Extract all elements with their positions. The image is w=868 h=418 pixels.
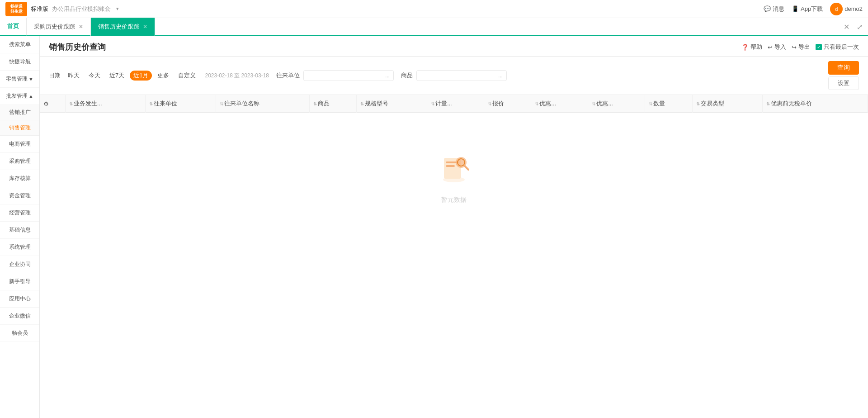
th-spec[interactable]: ⇅规格型号 bbox=[357, 95, 427, 113]
import-button[interactable]: ↩ 导入 bbox=[768, 43, 786, 51]
sidebar-item-member[interactable]: 畅会员 bbox=[0, 325, 39, 342]
sidebar: 搜索菜单 快捷导航 零售管理 ▼ 批发管理 ▲ 营销推广 销售管理 电商管理 采… bbox=[0, 36, 40, 418]
date-btn-more[interactable]: 更多 bbox=[154, 71, 173, 81]
tab-sales-close[interactable]: ✕ bbox=[143, 24, 147, 30]
message-button[interactable]: 💬 消息 bbox=[764, 5, 784, 13]
th-biz-date[interactable]: ⇅业务发生... bbox=[65, 95, 145, 113]
sidebar-item-basic[interactable]: 基础信息 bbox=[0, 222, 39, 239]
date-btn-7days[interactable]: 近7天 bbox=[106, 71, 128, 81]
date-range-display: 2023-02-18 至 2023-03-18 bbox=[205, 72, 269, 80]
th-pre-tax-price[interactable]: ⇅优惠前无税单价 bbox=[763, 95, 868, 113]
help-icon: ❓ bbox=[741, 44, 749, 51]
only-last-checkbox[interactable]: 只看最后一次 bbox=[816, 43, 859, 51]
app-selector-arrow[interactable]: ▾ bbox=[116, 6, 119, 12]
import-icon: ↩ bbox=[768, 44, 773, 51]
export-icon: ↪ bbox=[792, 44, 797, 51]
data-table: ⚙ ⇅业务发生... ⇅往来单位 ⇅往来单位名称 ⇅商品 ⇅规格型号 ⇅计量..… bbox=[40, 95, 868, 113]
sidebar-wholesale-label: 批发管理 bbox=[6, 92, 28, 100]
tab-home-label: 首页 bbox=[7, 22, 19, 30]
sidebar-retail-label: 零售管理 bbox=[6, 75, 28, 83]
main-layout: 搜索菜单 快捷导航 零售管理 ▼ 批发管理 ▲ 营销推广 销售管理 电商管理 采… bbox=[0, 36, 868, 418]
date-btn-custom[interactable]: 自定义 bbox=[175, 71, 199, 81]
close-all-button[interactable]: ✕ bbox=[842, 21, 851, 33]
empty-text: 暂元数据 bbox=[441, 196, 467, 204]
setting-button[interactable]: 设置 bbox=[828, 76, 859, 90]
partner-input-dots: ... bbox=[385, 72, 390, 79]
date-filter-group: 日期 昨天 今天 近7天 近1月 更多 自定义 2023-02-18 至 202… bbox=[49, 71, 269, 81]
download-button[interactable]: 📱 App下载 bbox=[792, 5, 823, 13]
svg-rect-3 bbox=[446, 165, 455, 167]
th-gear[interactable]: ⚙ bbox=[40, 95, 65, 113]
th-discount2[interactable]: ⇅优惠... bbox=[588, 95, 645, 113]
filter-actions-column: 查询 设置 bbox=[828, 61, 859, 90]
goods-filter-group: 商品 ... bbox=[401, 70, 507, 81]
th-partner-name[interactable]: ⇅往来单位名称 bbox=[216, 95, 309, 113]
sidebar-item-retail[interactable]: 零售管理 ▼ bbox=[0, 71, 39, 88]
svg-line-5 bbox=[465, 166, 468, 170]
message-icon: 💬 bbox=[764, 5, 771, 12]
download-icon: 📱 bbox=[792, 5, 799, 12]
filter-bar: 日期 昨天 今天 近7天 近1月 更多 自定义 2023-02-18 至 202… bbox=[40, 57, 868, 95]
date-btn-today[interactable]: 今天 bbox=[85, 71, 104, 81]
app-selector[interactable]: 办公用品行业模拟账套 bbox=[52, 5, 111, 13]
th-trade-type[interactable]: ⇅交易类型 bbox=[692, 95, 763, 113]
sidebar-item-quick[interactable]: 快捷导航 bbox=[0, 53, 39, 71]
tab-purchase-label: 采购历史价跟踪 bbox=[34, 23, 75, 31]
sidebar-item-inventory[interactable]: 库存核算 bbox=[0, 170, 39, 187]
sidebar-item-sales-mgmt[interactable]: 销售管理 bbox=[0, 120, 39, 136]
date-label: 日期 bbox=[49, 71, 61, 80]
sidebar-item-system[interactable]: 系统管理 bbox=[0, 239, 39, 256]
sidebar-item-apps[interactable]: 应用中心 bbox=[0, 290, 39, 308]
partner-input[interactable]: ... bbox=[303, 70, 394, 81]
expand-button[interactable]: ⤢ bbox=[855, 21, 864, 33]
goods-input[interactable]: ... bbox=[416, 70, 507, 81]
topbar: 畅捷通好生意 标准版 办公用品行业模拟账套 ▾ 💬 消息 📱 App下载 d d… bbox=[0, 0, 868, 18]
tab-sales-label: 销售历史价跟踪 bbox=[98, 23, 139, 31]
sidebar-item-operation[interactable]: 经营管理 bbox=[0, 204, 39, 222]
th-goods[interactable]: ⇅商品 bbox=[309, 95, 357, 113]
sidebar-item-enterprise[interactable]: 企业协同 bbox=[0, 256, 39, 273]
tab-sales[interactable]: 销售历史价跟踪 ✕ bbox=[91, 18, 155, 36]
partner-label: 往来单位 bbox=[276, 71, 300, 80]
partner-filter-group: 往来单位 ... bbox=[276, 70, 394, 81]
export-button[interactable]: ↪ 导出 bbox=[792, 43, 810, 51]
content-area: 销售历史价查询 ❓ 帮助 ↩ 导入 ↪ 导出 bbox=[40, 36, 868, 418]
table-header-row: ⚙ ⇅业务发生... ⇅往来单位 ⇅往来单位名称 ⇅商品 ⇅规格型号 ⇅计量..… bbox=[40, 95, 868, 113]
tab-home[interactable]: 首页 bbox=[0, 18, 27, 36]
th-partner-code[interactable]: ⇅往来单位 bbox=[145, 95, 216, 113]
tab-purchase[interactable]: 采购历史价跟踪 ✕ bbox=[27, 18, 91, 36]
th-qty[interactable]: ⇅数量 bbox=[645, 95, 693, 113]
th-discount1[interactable]: ⇅优惠... bbox=[531, 95, 588, 113]
query-button[interactable]: 查询 bbox=[828, 61, 859, 75]
table-container: ⚙ ⇅业务发生... ⇅往来单位 ⇅往来单位名称 ⇅商品 ⇅规格型号 ⇅计量..… bbox=[40, 95, 868, 418]
tabsbar-actions: ✕ ⤢ bbox=[842, 21, 868, 33]
page-header-actions: ❓ 帮助 ↩ 导入 ↪ 导出 只看最后一次 bbox=[741, 43, 859, 51]
sidebar-item-purchase-mgmt[interactable]: 采购管理 bbox=[0, 153, 39, 170]
page-header: 销售历史价查询 ❓ 帮助 ↩ 导入 ↪ 导出 bbox=[40, 36, 868, 57]
goods-label: 商品 bbox=[401, 71, 413, 80]
topbar-left: 畅捷通好生意 标准版 办公用品行业模拟账套 ▾ bbox=[5, 2, 119, 16]
gear-icon: ⚙ bbox=[43, 100, 49, 107]
th-price[interactable]: ⇅报价 bbox=[484, 95, 531, 113]
avatar: d bbox=[830, 3, 843, 15]
tabs-bar: 首页 采购历史价跟踪 ✕ 销售历史价跟踪 ✕ ✕ ⤢ bbox=[0, 18, 868, 36]
th-unit[interactable]: ⇅计量... bbox=[427, 95, 484, 113]
date-btn-yesterday[interactable]: 昨天 bbox=[64, 71, 83, 81]
sidebar-item-search[interactable]: 搜索菜单 bbox=[0, 36, 39, 53]
sidebar-wholesale-arrow: ▲ bbox=[28, 93, 34, 100]
sidebar-item-marketing[interactable]: 营销推广 bbox=[0, 105, 39, 120]
page-title: 销售历史价查询 bbox=[49, 42, 106, 52]
date-btn-1month[interactable]: 近1月 bbox=[130, 71, 152, 81]
goods-input-dots: ... bbox=[498, 72, 503, 79]
sidebar-item-wholesale[interactable]: 批发管理 ▲ bbox=[0, 88, 39, 105]
sidebar-item-guide[interactable]: 新手引导 bbox=[0, 273, 39, 290]
sidebar-item-wechat[interactable]: 企业微信 bbox=[0, 308, 39, 325]
sidebar-retail-arrow: ▼ bbox=[28, 76, 34, 82]
help-button[interactable]: ❓ 帮助 bbox=[741, 43, 762, 51]
empty-icon bbox=[436, 149, 472, 192]
user-menu[interactable]: d demo2 bbox=[830, 3, 863, 15]
sidebar-item-finance[interactable]: 资金管理 bbox=[0, 187, 39, 204]
app-title: 标准版 bbox=[31, 5, 48, 13]
tab-purchase-close[interactable]: ✕ bbox=[79, 24, 83, 30]
sidebar-item-ecommerce[interactable]: 电商管理 bbox=[0, 136, 39, 153]
